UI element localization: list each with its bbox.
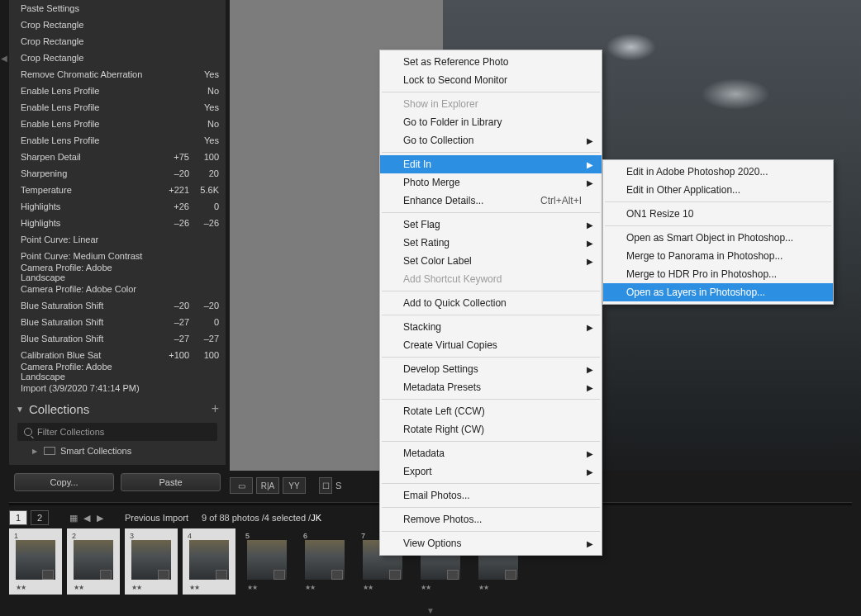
- menu-go-to-collection[interactable]: Go to Collection▶: [380, 131, 602, 149]
- submenu-on1-resize[interactable]: ON1 Resize 10: [603, 205, 833, 223]
- checkbox-toggle[interactable]: ☐: [319, 477, 332, 494]
- left-panel: Paste Settings Crop Rectangle Crop Recta…: [9, 0, 226, 465]
- thumbnail[interactable]: 2★★: [67, 528, 120, 595]
- history-row[interactable]: Remove Chromatic AberrationYes: [9, 66, 226, 83]
- history-row[interactable]: Point Curve: Linear: [9, 231, 226, 248]
- submenu-arrow-icon: ▶: [587, 178, 593, 187]
- nav-back-icon[interactable]: ◀: [80, 513, 93, 524]
- source-label[interactable]: Previous Import: [125, 513, 188, 523]
- submenu-open-smart-object[interactable]: Open as Smart Object in Photoshop...: [603, 229, 833, 247]
- screen-1-button[interactable]: 1: [9, 510, 27, 525]
- menu-rotate-right[interactable]: Rotate Right (CW): [380, 420, 602, 438]
- submenu-merge-panorama[interactable]: Merge to Panorama in Photoshop...: [603, 247, 833, 265]
- menu-separator: [382, 531, 600, 532]
- menu-metadata[interactable]: Metadata▶: [380, 444, 602, 462]
- menu-export[interactable]: Export▶: [380, 462, 602, 481]
- menu-separator: [605, 225, 831, 226]
- submenu-arrow-icon: ▶: [587, 449, 593, 458]
- history-row[interactable]: Highlights+260: [9, 198, 226, 215]
- history-row[interactable]: Enable Lens ProfileNo: [9, 83, 226, 99]
- history-row[interactable]: Temperature+2215.6K: [9, 182, 226, 198]
- menu-separator: [382, 357, 600, 358]
- copy-button[interactable]: Copy...: [14, 473, 114, 491]
- menu-photo-merge[interactable]: Photo Merge▶: [380, 173, 602, 192]
- history-row[interactable]: Import (3/9/2020 7:41:14 PM): [9, 380, 226, 396]
- history-row[interactable]: Highlights–26–26: [9, 215, 226, 231]
- history-row[interactable]: Blue Saturation Shift–27–27: [9, 330, 226, 347]
- history-row[interactable]: Sharpen Detail+75100: [9, 149, 226, 165]
- menu-add-to-quick-collection[interactable]: Add to Quick Collection: [380, 294, 602, 312]
- history-row[interactable]: Camera Profile: Adobe Landscape: [9, 363, 226, 380]
- submenu-arrow-icon: ▶: [587, 467, 593, 476]
- history-row[interactable]: Sharpening–2020: [9, 165, 226, 182]
- menu-set-flag[interactable]: Set Flag▶: [380, 216, 602, 234]
- submenu-arrow-icon: ▶: [587, 239, 593, 248]
- history-row[interactable]: Point Curve: Medium Contrast: [9, 248, 226, 264]
- reference-view-button[interactable]: YY: [283, 477, 306, 494]
- history-row[interactable]: Enable Lens ProfileNo: [9, 116, 226, 132]
- menu-rotate-left[interactable]: Rotate Left (CCW): [380, 402, 602, 420]
- submenu-arrow-icon: ▶: [587, 220, 593, 230]
- menu-set-rating[interactable]: Set Rating▶: [380, 234, 602, 252]
- filter-collections-input[interactable]: Filter Collections: [17, 423, 217, 441]
- menu-show-in-explorer: Show in Explorer: [380, 95, 602, 113]
- menu-separator: [605, 201, 831, 202]
- loupe-view-button[interactable]: ▭: [230, 477, 253, 494]
- history-row[interactable]: Blue Saturation Shift–20–20: [9, 297, 226, 314]
- submenu-open-as-layers[interactable]: Open as Layers in Photoshop...: [603, 283, 833, 301]
- filmstrip-collapse[interactable]: ▼: [426, 606, 435, 615]
- collections-header[interactable]: ▼ Collections +: [9, 396, 226, 421]
- menu-lock-second-monitor[interactable]: Lock to Second Monitor: [380, 71, 602, 89]
- menu-email-photos[interactable]: Email Photos...: [380, 486, 602, 505]
- history-row[interactable]: Camera Profile: Adobe Color: [9, 281, 226, 297]
- menu-separator: [382, 441, 600, 442]
- history-row[interactable]: Blue Saturation Shift–270: [9, 314, 226, 330]
- thumbnail[interactable]: 5★★: [240, 528, 293, 595]
- nav-forward-icon[interactable]: ▶: [93, 513, 107, 524]
- thumbnail[interactable]: 1★★: [9, 528, 62, 595]
- menu-view-options[interactable]: View Options▶: [380, 534, 602, 552]
- history-row[interactable]: Enable Lens ProfileYes: [9, 99, 226, 116]
- submenu-arrow-icon: ▶: [587, 383, 593, 392]
- history-row[interactable]: Calibration Blue Sat+100100: [9, 347, 226, 363]
- chevron-down-icon: ▼: [16, 405, 24, 414]
- history-row[interactable]: Paste Settings: [9, 0, 226, 17]
- menu-create-virtual-copies[interactable]: Create Virtual Copies: [380, 336, 602, 354]
- menu-remove-photos[interactable]: Remove Photos...: [380, 510, 602, 528]
- plus-icon[interactable]: +: [212, 401, 219, 416]
- submenu-merge-hdr-pro[interactable]: Merge to HDR Pro in Photoshop...: [603, 265, 833, 283]
- menu-develop-settings[interactable]: Develop Settings▶: [380, 360, 602, 378]
- menu-separator: [382, 315, 600, 315]
- smart-collections-row[interactable]: ▶ Smart Collections: [9, 443, 226, 459]
- thumbnail[interactable]: 4★★: [183, 528, 235, 595]
- history-row[interactable]: Crop Rectangle: [9, 17, 226, 33]
- submenu-arrow-icon: ▶: [587, 323, 593, 332]
- menu-stacking[interactable]: Stacking▶: [380, 318, 602, 336]
- menu-metadata-presets[interactable]: Metadata Presets▶: [380, 378, 602, 396]
- smart-collections-label: Smart Collections: [60, 446, 131, 456]
- submenu-edit-photoshop-2020[interactable]: Edit in Adobe Photoshop 2020...: [603, 163, 833, 181]
- thumbnail[interactable]: 3★★: [125, 528, 178, 595]
- screen-2-button[interactable]: 2: [31, 510, 49, 525]
- menu-set-color-label[interactable]: Set Color Label▶: [380, 252, 602, 270]
- history-list: Paste Settings Crop Rectangle Crop Recta…: [9, 0, 226, 396]
- history-row[interactable]: Crop Rectangle: [9, 33, 226, 50]
- history-row[interactable]: Crop Rectangle: [9, 50, 226, 66]
- menu-edit-in[interactable]: Edit In▶: [380, 155, 602, 173]
- history-row[interactable]: Camera Profile: Adobe Landscape: [9, 264, 226, 281]
- toolbar-label: S: [335, 481, 341, 490]
- menu-separator: [382, 399, 600, 400]
- shortcut-label: Ctrl+Alt+I: [540, 195, 582, 206]
- left-panel-collapse[interactable]: ◀: [0, 50, 8, 66]
- thumbnail[interactable]: 6★★: [298, 528, 351, 595]
- submenu-arrow-icon: ▶: [587, 257, 593, 266]
- history-row[interactable]: Enable Lens ProfileYes: [9, 132, 226, 149]
- grid-icon[interactable]: ▦: [67, 513, 80, 524]
- submenu-edit-other-app[interactable]: Edit in Other Application...: [603, 181, 833, 199]
- menu-go-to-folder[interactable]: Go to Folder in Library: [380, 113, 602, 131]
- copy-paste-bar: Copy... Paste: [9, 473, 226, 491]
- menu-enhance-details[interactable]: Enhance Details...Ctrl+Alt+I: [380, 192, 602, 210]
- compare-view-button[interactable]: R|A: [256, 477, 279, 494]
- menu-set-reference-photo[interactable]: Set as Reference Photo: [380, 53, 602, 71]
- paste-button[interactable]: Paste: [121, 473, 221, 491]
